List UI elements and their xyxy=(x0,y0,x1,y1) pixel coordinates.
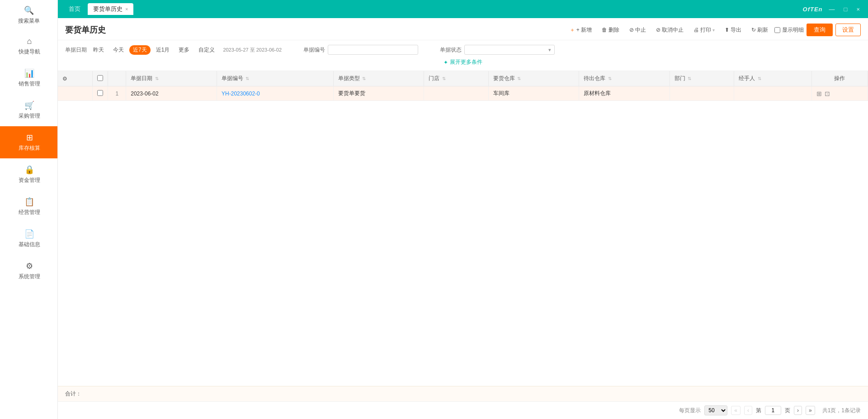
doc-status-select-wrapper xyxy=(464,45,555,55)
td-pending-warehouse: 原材料仓库 xyxy=(579,86,670,101)
td-checkbox xyxy=(93,86,108,101)
doc-number-link[interactable]: YH-20230602-0 xyxy=(222,90,260,97)
td-req-warehouse: 车间库 xyxy=(488,86,579,101)
th-doc-type[interactable]: 单据类型 ⇅ xyxy=(333,71,424,86)
first-page-btn[interactable]: « xyxy=(731,406,741,415)
sidebar-item-finance[interactable]: 🔒 资金管理 xyxy=(0,158,57,190)
sidebar-item-basic-info[interactable]: 📄 基础信息 xyxy=(0,223,57,255)
copy-action-icon[interactable]: ⊡ xyxy=(825,90,830,97)
print-icon: 🖨 xyxy=(693,27,699,33)
date-filters: 昨天 今天 近7天 近1月 更多 自定义 xyxy=(90,45,218,55)
sidebar-item-label: 系统管理 xyxy=(19,273,40,281)
query-button[interactable]: 查询 xyxy=(807,24,833,36)
doc-status-filter-group: 单据状态 xyxy=(440,45,555,55)
export-button[interactable]: ⬆ 导出 xyxy=(721,24,745,36)
doc-status-select[interactable] xyxy=(464,45,555,55)
date-filter-label: 单据日期 xyxy=(65,46,87,54)
th-department[interactable]: 部门 ⇅ xyxy=(670,71,734,86)
add-button[interactable]: ＋ + 新增 xyxy=(566,24,595,36)
print-button[interactable]: 🖨 打印 ▾ xyxy=(690,24,718,36)
action-icons: ⊞ ⊡ xyxy=(816,90,863,97)
row-checkbox[interactable] xyxy=(97,90,103,96)
th-doc-date[interactable]: 单据日期 ⇅ xyxy=(126,71,217,86)
sort-icon-store: ⇅ xyxy=(442,76,446,81)
search-icon: 🔍 xyxy=(24,5,34,15)
lock-icon: 🔒 xyxy=(24,165,34,175)
th-req-warehouse[interactable]: 要货仓库 ⇅ xyxy=(488,71,579,86)
td-actions: ⊞ ⊡ xyxy=(811,86,868,101)
data-table: ⚙ 单据日期 ⇅ 单据编号 ⇅ xyxy=(58,71,868,101)
page-size-select[interactable]: 50 10 20 100 xyxy=(704,405,727,415)
sidebar-item-label: 基础信息 xyxy=(19,241,40,248)
date-btn-today[interactable]: 今天 xyxy=(109,45,127,55)
delete-button[interactable]: 🗑 删除 xyxy=(598,24,623,36)
maximize-btn[interactable]: □ xyxy=(841,5,850,14)
th-pending-warehouse[interactable]: 待出仓库 ⇅ xyxy=(579,71,670,86)
add-icon: ＋ xyxy=(570,26,575,34)
sidebar-item-quick-nav[interactable]: ⌂ 快捷导航 xyxy=(0,30,57,62)
sidebar-item-operations[interactable]: 📋 经营管理 xyxy=(0,190,57,223)
suspend-button[interactable]: ⊘ 中止 xyxy=(626,24,650,36)
select-all-checkbox[interactable] xyxy=(97,75,103,81)
td-num: 1 xyxy=(108,86,126,101)
refresh-button[interactable]: ↻ 刷新 xyxy=(748,24,772,36)
settings-button[interactable]: 设置 xyxy=(835,24,861,36)
sidebar-item-label: 资金管理 xyxy=(19,176,40,184)
cancel-suspend-button[interactable]: ⊘ 取消中止 xyxy=(652,24,687,36)
chart-icon: 📊 xyxy=(24,68,34,78)
date-btn-1month[interactable]: 近1月 xyxy=(152,45,174,55)
sort-icon-req-warehouse: ⇅ xyxy=(517,76,521,81)
th-gear[interactable]: ⚙ xyxy=(58,71,93,86)
date-btn-yesterday[interactable]: 昨天 xyxy=(90,45,108,55)
tab-close-icon[interactable]: × xyxy=(125,6,128,12)
th-store[interactable]: 门店 ⇅ xyxy=(424,71,488,86)
chevron-down-icon: ✦ xyxy=(443,59,448,66)
tab-requisition-history[interactable]: 要货单历史 × xyxy=(88,3,133,15)
doc-number-input[interactable] xyxy=(328,45,418,55)
prev-page-btn[interactable]: ‹ xyxy=(744,406,752,415)
sidebar-item-inventory[interactable]: ⊞ 库存核算 xyxy=(0,126,57,158)
sidebar-item-label: 库存核算 xyxy=(19,144,40,152)
suspend-icon: ⊘ xyxy=(629,27,634,33)
filter-bar: 单据日期 昨天 今天 近7天 近1月 更多 自定义 2023-05-27 至 2… xyxy=(58,40,868,71)
last-page-btn[interactable]: » xyxy=(806,406,815,415)
sidebar-item-sales[interactable]: 📊 销售管理 xyxy=(0,62,57,94)
view-action-icon[interactable]: ⊞ xyxy=(816,90,822,97)
sidebar-search[interactable]: 🔍 搜索菜单 xyxy=(0,0,57,30)
th-handler[interactable]: 经手人 ⇅ xyxy=(734,71,811,86)
tab-home[interactable]: 首页 xyxy=(63,3,86,15)
date-btn-7days[interactable]: 近7天 xyxy=(129,45,151,55)
gear-icon: ⚙ xyxy=(26,261,33,271)
expand-more-btn[interactable]: ✦ 展开更多条件 xyxy=(443,58,482,66)
sort-icon-doc-date: ⇅ xyxy=(155,76,159,81)
th-doc-number[interactable]: 单据编号 ⇅ xyxy=(217,71,334,86)
content: 要货单历史 ＋ + 新增 🗑 删除 ⊘ 中止 ⊘ 取消中止 xyxy=(58,18,868,419)
pagination-bar: 每页显示 50 10 20 100 « ‹ 第 页 › » 共1页，1条记录 xyxy=(58,401,868,419)
close-btn[interactable]: × xyxy=(854,5,863,14)
table-footer: 合计： xyxy=(58,386,868,401)
sidebar-item-purchase[interactable]: 🛒 采购管理 xyxy=(0,94,57,126)
sidebar-item-label: 采购管理 xyxy=(19,112,40,120)
minimize-btn[interactable]: — xyxy=(826,5,838,14)
export-icon: ⬆ xyxy=(725,27,729,33)
sort-icon-handler: ⇅ xyxy=(758,76,761,81)
date-btn-custom[interactable]: 自定义 xyxy=(195,45,218,55)
page-size-label: 每页显示 xyxy=(679,407,701,414)
display-detail-input[interactable] xyxy=(774,27,780,33)
doc-number-label: 单据编号 xyxy=(303,46,325,54)
refresh-icon: ↻ xyxy=(751,27,756,33)
th-actions: 操作 xyxy=(811,71,868,86)
td-store xyxy=(424,86,488,101)
page-input[interactable] xyxy=(765,406,781,415)
doc-status-label: 单据状态 xyxy=(440,46,462,54)
next-page-btn[interactable]: › xyxy=(794,406,802,415)
table-body: 1 2023-06-02 YH-20230602-0 要货单要货 车间库 原材料… xyxy=(58,86,868,101)
display-detail-checkbox[interactable]: 显示明细 xyxy=(774,26,804,34)
page-title: 要货单历史 xyxy=(65,24,106,35)
date-btn-more[interactable]: 更多 xyxy=(175,45,193,55)
toolbar: ＋ + 新增 🗑 删除 ⊘ 中止 ⊘ 取消中止 🖨 打印 xyxy=(566,24,861,36)
tab-requisition-history-label: 要货单历史 xyxy=(93,5,123,13)
brand-label: OfTEn xyxy=(803,6,823,13)
th-num xyxy=(108,71,126,86)
sidebar-item-system[interactable]: ⚙ 系统管理 xyxy=(0,255,57,287)
